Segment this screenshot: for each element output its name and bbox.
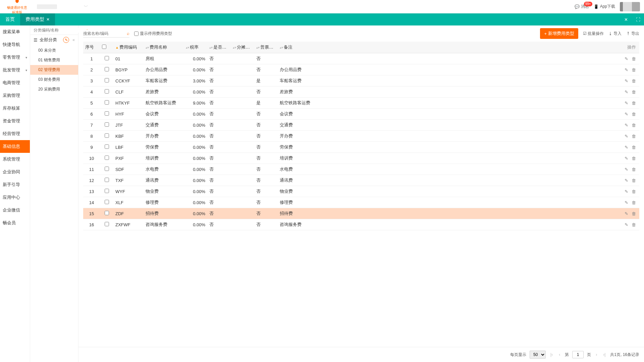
company-selector[interactable]: ﹀ [37, 4, 88, 10]
sidebar-item-3[interactable]: 批发管理▾ [0, 64, 30, 76]
table-row[interactable]: 10PXF培训费0.00%否否培训费✎🗑 [83, 153, 639, 164]
delete-row-button[interactable]: 🗑 [632, 211, 636, 216]
edit-row-button[interactable]: ✎ [625, 56, 628, 61]
row-checkbox[interactable] [105, 189, 109, 193]
col-check-all[interactable] [100, 42, 113, 53]
delete-row-button[interactable]: 🗑 [632, 123, 636, 128]
delete-row-button[interactable]: 🗑 [632, 78, 636, 83]
tab-close-all-button[interactable]: ✕ [620, 17, 632, 22]
edit-row-button[interactable]: ✎ [625, 200, 628, 205]
category-all-row[interactable]: ☰ 全部分类 ✎ « [30, 35, 78, 45]
row-checkbox[interactable] [105, 211, 109, 215]
sidebar-item-10[interactable]: 系统管理 [0, 153, 30, 166]
user-avatar[interactable] [620, 2, 640, 11]
table-row[interactable]: 13WYF物业费0.00%否否物业费✎🗑 [83, 186, 639, 197]
import-button[interactable]: ⭳ 导入 [608, 31, 622, 37]
edit-row-button[interactable]: ✎ [625, 145, 628, 150]
delete-row-button[interactable]: 🗑 [632, 89, 636, 95]
table-row[interactable]: 14XLF修理费0.00%否否修理费✎🗑 [83, 197, 639, 208]
row-checkbox[interactable] [105, 56, 109, 60]
edit-row-button[interactable]: ✎ [625, 222, 628, 227]
row-checkbox[interactable] [105, 222, 109, 226]
pager-next-button[interactable]: › [594, 352, 598, 357]
table-row[interactable]: 7JTF交通费0.00%否否交通费✎🗑 [83, 120, 639, 131]
table-row[interactable]: 9LBF劳保费0.00%否否劳保费✎🗑 [83, 142, 639, 153]
table-row[interactable]: 2BGYP办公用品费0.00%否否办公用品费✎🗑 [83, 64, 639, 75]
sidebar-item-7[interactable]: 资金管理 [0, 115, 30, 127]
delete-row-button[interactable]: 🗑 [632, 167, 636, 172]
sidebar-item-9[interactable]: 基础信息 [0, 140, 30, 153]
delete-row-button[interactable]: 🗑 [632, 200, 636, 205]
edit-row-button[interactable]: ✎ [625, 178, 628, 183]
sidebar-item-2[interactable]: 零售管理▾ [0, 51, 30, 64]
tab-close-icon[interactable]: ✕ [46, 17, 50, 22]
delete-row-button[interactable]: 🗑 [632, 56, 636, 61]
category-edit-button[interactable]: ✎ [63, 37, 69, 43]
row-checkbox[interactable] [105, 200, 109, 204]
edit-row-button[interactable]: ✎ [625, 156, 628, 161]
page-input[interactable] [572, 351, 584, 358]
edit-row-button[interactable]: ✎ [625, 101, 628, 106]
table-row[interactable]: 5HTKYF航空铁路客运费9.00%否是航空铁路客运费✎🗑 [83, 98, 639, 109]
col-seq-header[interactable]: 序号 [83, 42, 100, 53]
row-checkbox[interactable] [105, 78, 109, 82]
delete-row-button[interactable]: 🗑 [632, 134, 636, 139]
panel-collapse-button[interactable]: « [72, 38, 75, 42]
search-icon[interactable]: ⌕ [127, 31, 129, 36]
delete-row-button[interactable]: 🗑 [632, 189, 636, 194]
sidebar-item-4[interactable]: 电商管理 [0, 76, 30, 89]
delete-row-button[interactable]: 🗑 [632, 145, 636, 150]
table-row[interactable]: 15ZDF招待费0.00%否否招待费✎🗑 [83, 208, 639, 219]
pager-first-button[interactable]: |‹ [549, 352, 554, 357]
row-checkbox[interactable] [105, 89, 109, 94]
tab-home[interactable]: 首页 [0, 13, 20, 25]
delete-row-button[interactable]: 🗑 [632, 101, 636, 106]
pager-prev-button[interactable]: ‹ [557, 352, 561, 357]
per-page-select[interactable]: 50 [530, 351, 546, 359]
table-row[interactable]: 4CLF差旅费0.00%否否差旅费✎🗑 [83, 86, 639, 98]
batch-operate-button[interactable]: ☑ 批量操作 [583, 31, 604, 37]
export-button[interactable]: ⭱ 导出 [626, 31, 639, 37]
edit-row-button[interactable]: ✎ [625, 67, 628, 72]
edit-row-button[interactable]: ✎ [625, 189, 628, 194]
table-row[interactable]: 8KBF开办费0.00%否否开办费✎🗑 [83, 131, 639, 142]
delete-row-button[interactable]: 🗑 [632, 222, 636, 227]
tab-expense-type[interactable]: 费用类型 ✕ [20, 13, 55, 25]
col-rate-header[interactable]: ▴▾税率 [184, 42, 207, 53]
sidebar-item-6[interactable]: 库存核算 [0, 102, 30, 115]
edit-row-button[interactable]: ✎ [625, 112, 628, 117]
table-row[interactable]: 12TXF通讯费0.00%否否通讯费✎🗑 [83, 175, 639, 186]
delete-row-button[interactable]: 🗑 [632, 112, 636, 117]
sidebar-item-15[interactable]: 畅会员 [0, 217, 30, 229]
row-checkbox[interactable] [105, 100, 109, 105]
category-item-2[interactable]: 02 管理费用 [30, 65, 78, 75]
sidebar-item-5[interactable]: 采购管理 [0, 89, 30, 102]
sidebar-item-13[interactable]: 应用中心 [0, 191, 30, 204]
new-expense-type-button[interactable]: + 新增费用类型 [540, 28, 578, 39]
category-item-1[interactable]: 01 销售费用 [30, 55, 78, 65]
pager-last-button[interactable]: ›| [602, 352, 607, 357]
edit-row-button[interactable]: ✎ [625, 123, 628, 128]
check-all-checkbox[interactable] [102, 45, 106, 49]
sidebar-item-1[interactable]: 快捷导航 [0, 38, 30, 51]
table-row[interactable]: 101房租0.00%否否✎🗑 [83, 53, 639, 64]
category-search-input[interactable] [34, 28, 84, 33]
table-search-input[interactable] [83, 30, 127, 37]
row-checkbox[interactable] [105, 67, 109, 71]
table-row[interactable]: 6HYF会议费0.00%否否会议费✎🗑 [83, 109, 639, 120]
messages-button[interactable]: 💬 消息 99+ [575, 4, 589, 9]
delete-row-button[interactable]: 🗑 [632, 67, 636, 72]
col-code-header[interactable]: ▲费用编码 [113, 42, 144, 53]
delete-row-button[interactable]: 🗑 [632, 178, 636, 183]
row-checkbox[interactable] [105, 156, 109, 160]
fullscreen-button[interactable]: ⛶ [632, 17, 644, 22]
table-row[interactable]: 3CCKYF车船客运费3.00%否是车船客运费✎🗑 [83, 75, 639, 86]
row-checkbox[interactable] [105, 144, 109, 149]
sidebar-item-11[interactable]: 企业协同 [0, 166, 30, 178]
col-name-header[interactable]: ▴▾费用名称 [144, 42, 184, 53]
edit-row-button[interactable]: ✎ [625, 167, 628, 172]
row-checkbox[interactable] [105, 133, 109, 138]
category-item-3[interactable]: 03 财务费用 [30, 75, 78, 84]
category-item-0[interactable]: 00 未分类 [30, 46, 78, 55]
delete-row-button[interactable]: 🗑 [632, 156, 636, 161]
